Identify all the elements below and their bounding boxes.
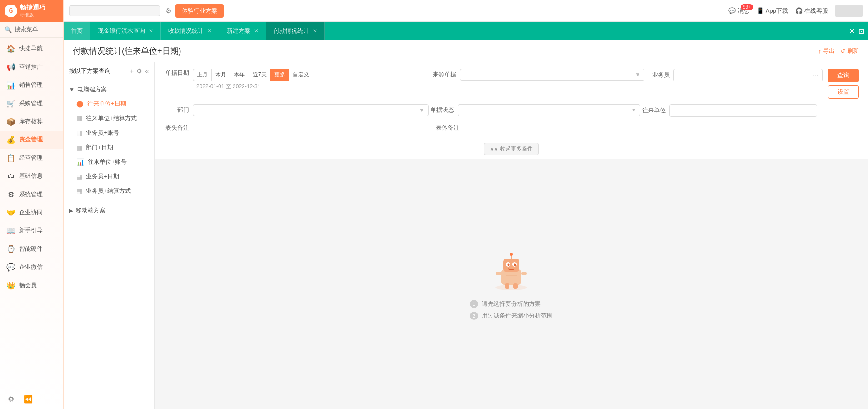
scheme-item-staff-account[interactable]: ▦ 业务员+账号 [64,126,154,140]
sidebar-item-funds[interactable]: 💰 资金管理 [0,131,63,149]
sidebar-item-label: 企业微信 [19,263,43,271]
scheme-item-partner-date[interactable]: ⬤ 往来单位+日期 [64,96,154,111]
sidebar-item-label: 智能硬件 [19,245,43,253]
scheme-group-mobile-header[interactable]: ▶ 移动端方案 [64,204,154,217]
scheme-item-table-icon: ▦ [76,115,82,122]
app-edition: 标准版 [20,12,45,18]
sidebar-item-sales[interactable]: 📊 销售管理 [0,76,63,94]
tab-maximize-btn[interactable]: ⊡ [858,27,864,35]
tab-payment-close[interactable]: ✕ [313,28,317,34]
date-btn-7days[interactable]: 近7天 [249,69,271,81]
tab-home[interactable]: 首页 [64,22,90,40]
sidebar-item-wechat[interactable]: 💬 企业微信 [0,258,63,276]
doc-status-select[interactable]: ▼ [458,104,640,116]
sidebar-item-label: 经营管理 [19,154,43,162]
scheme-item-table-icon3: ▦ [76,144,82,151]
scheme-item-staff-date[interactable]: ▦ 业务员+日期 [64,169,154,184]
doc-status-arrow: ▼ [631,107,636,113]
sidebar-item-enterprise[interactable]: 🤝 企业协同 [0,203,63,222]
url-bar[interactable] [69,5,160,16]
hardware-icon: ⌚ [6,244,15,253]
header-remark-input[interactable] [193,122,425,133]
tab-new-close[interactable]: ✕ [254,28,259,34]
scheme-item-table-icon5: ▦ [76,187,82,195]
settings-btn[interactable]: 设置 [828,85,859,99]
main: ⚙ 体验行业方案 💬 消息 99+ 📱 App下载 🎧 在线客服 首页 [64,0,868,409]
scheme-item-partner-account[interactable]: 📊 往来单位+账号 [64,155,154,169]
scheme-collapse-btn[interactable]: « [145,67,149,75]
sidebar-item-member[interactable]: 👑 畅会员 [0,276,63,294]
sidebar-item-shortcut[interactable]: 🏠 快捷导航 [0,40,63,58]
sidebar-item-marketing[interactable]: 📢 营销推广 [0,58,63,76]
empty-illustration [489,249,534,294]
app-download-btn[interactable]: 📱 App下载 [757,7,788,15]
sidebar-nav: 🏠 快捷导航 📢 营销推广 📊 销售管理 🛒 采购管理 📦 库存核算 💰 资金管… [0,38,63,389]
dept-label: 部门 [164,106,189,114]
scheme-item-circle-icon: ⬤ [76,100,84,107]
sidebar-item-hardware[interactable]: ⌚ 智能硬件 [0,240,63,258]
dept-select[interactable]: ▼ [193,104,429,116]
sidebar-item-label: 采购管理 [19,99,43,107]
scheme-add-btn[interactable]: + [130,67,134,75]
empty-tip-2: 2 用过滤条件来缩小分析范围 [470,312,553,320]
sidebar-item-basic[interactable]: 🗂 基础信息 [0,167,63,185]
online-service-btn[interactable]: 🎧 在线客服 [795,7,828,15]
partner-select[interactable]: ··· [669,104,817,117]
source-select[interactable]: ▼ [460,69,644,81]
svg-rect-11 [505,283,509,289]
tab-cashflow-close[interactable]: ✕ [149,28,153,34]
header-right: 💬 消息 99+ 📱 App下载 🎧 在线客服 [728,5,863,17]
sidebar-item-label: 快捷导航 [19,45,43,53]
scheme-item-chart-icon: 📊 [76,158,84,166]
search-menu[interactable]: 🔍 搜索菜单 [0,22,63,38]
refresh-btn[interactable]: ↺ 刷新 [840,47,859,55]
date-btn-custom[interactable]: 自定义 [289,69,313,81]
scheme-item-partner-settlement[interactable]: ▦ 往来单位+结算方式 [64,111,154,126]
tab-controls: ✕ ⊡ [845,22,868,40]
header-settings-icon[interactable]: ⚙ [165,6,172,15]
sidebar-item-system[interactable]: ⚙ 系统管理 [0,185,63,203]
sidebar-item-label: 销售管理 [19,81,43,89]
tab-receipt-close[interactable]: ✕ [207,28,212,34]
body-remark-input[interactable] [463,122,643,133]
export-icon: ↑ [818,48,822,55]
tab-receipt[interactable]: 收款情况统计 ✕ [161,22,219,40]
user-avatar[interactable] [835,5,863,17]
partner-select-dots[interactable]: ··· [808,107,813,114]
page-header: 付款情况统计(往来单位+日期) ↑ 导出 ↺ 刷新 [64,40,868,62]
trial-btn[interactable]: 体验行业方案 [175,4,224,18]
staff-select-dots[interactable]: ··· [813,71,818,79]
message-badge: 99+ [741,4,753,10]
staff-select[interactable]: ··· [673,69,823,81]
sidebar-item-purchase[interactable]: 🛒 采购管理 [0,94,63,112]
export-btn[interactable]: ↑ 导出 [818,47,835,55]
wechat-icon: 💬 [6,263,15,272]
sidebar-item-inventory[interactable]: 📦 库存核算 [0,112,63,131]
sidebar-settings-btn[interactable]: ⚙ [5,393,17,405]
sidebar-item-guide[interactable]: 📖 新手引导 [0,222,63,240]
date-btn-more[interactable]: 更多 [270,69,289,81]
message-btn[interactable]: 💬 消息 99+ [728,7,749,15]
scheme-settings-btn[interactable]: ⚙ [136,67,142,75]
query-btn[interactable]: 查询 [828,69,859,82]
sidebar-item-label: 畅会员 [19,281,37,289]
scheme-group-desktop-header[interactable]: ▼ 电脑端方案 [64,83,154,96]
filter-actions: 查询 设置 [823,69,859,99]
tab-payment[interactable]: 付款情况统计 ✕ [266,22,325,40]
tab-cashflow[interactable]: 现金银行流水查询 ✕ [90,22,161,40]
scheme-item-staff-settlement[interactable]: ▦ 业务员+结算方式 [64,184,154,198]
date-btn-this-year[interactable]: 本年 [230,69,249,81]
scheme-item-dept-date[interactable]: ▦ 部门+日期 [64,140,154,155]
tab-new[interactable]: 新建方案 ✕ [219,22,266,40]
sidebar-collapse-btn[interactable]: ⏪ [22,393,35,405]
date-btn-this-month[interactable]: 本月 [211,69,230,81]
tab-close-all-btn[interactable]: ✕ [849,27,855,35]
sidebar-item-operations[interactable]: 📋 经营管理 [0,149,63,167]
date-btn-group: 上月 本月 本年 近7天 更多 自定义 [193,69,313,81]
sidebar-item-label: 营销推广 [19,63,43,71]
sales-icon: 📊 [6,81,15,90]
collapse-btn[interactable]: ∧∧ 收起更多条件 [484,143,539,155]
date-btn-last-month[interactable]: 上月 [193,69,212,81]
chevron-right-icon: ▶ [69,207,73,214]
scheme-group-mobile: ▶ 移动端方案 [64,201,154,220]
